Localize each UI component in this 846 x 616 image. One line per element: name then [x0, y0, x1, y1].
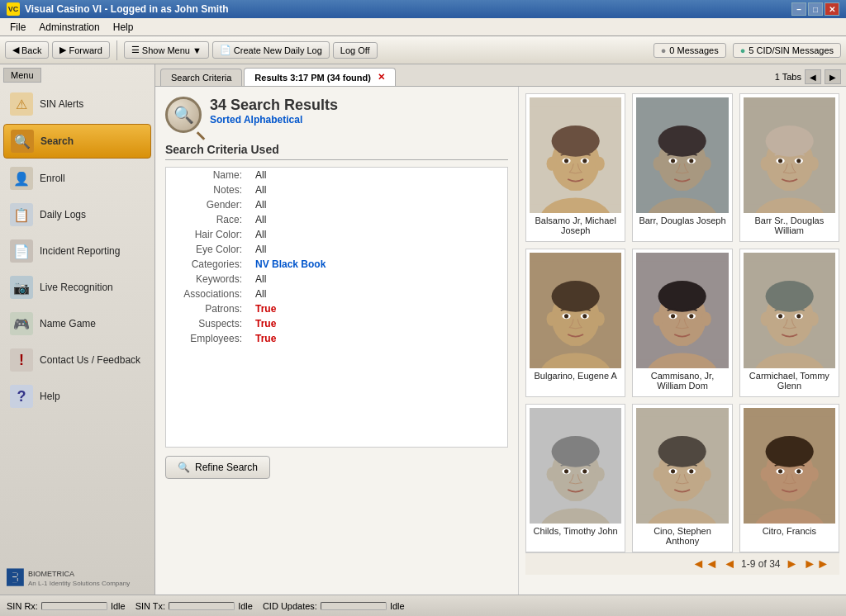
person-photo	[744, 253, 835, 368]
sin-alerts-icon: ⚠	[10, 92, 33, 116]
photo-card[interactable]: Childs, Timothy John	[525, 404, 625, 552]
sidebar-item-incident-reporting[interactable]: 📄 Incident Reporting	[3, 235, 151, 268]
prev-page-button[interactable]: ◄	[723, 557, 736, 571]
sin-rx-status: SIN Rx: Idle	[7, 601, 126, 611]
svg-point-27	[760, 157, 770, 171]
photo-card[interactable]: Balsamo Jr, Michael Joseph	[525, 93, 625, 242]
titlebar-title: Visual Casino VI - Logged in as John Smi…	[25, 3, 791, 15]
forward-icon: ▶	[59, 45, 66, 55]
last-page-button[interactable]: ►►	[803, 557, 829, 571]
sidebar-item-live-recognition[interactable]: 📷 Live Recognition	[3, 271, 151, 304]
forward-button[interactable]: ▶ Forward	[52, 41, 109, 59]
cid-messages-badge[interactable]: ● 5 CID/SIN Messages	[733, 43, 841, 58]
person-name: Barr, Douglas Joseph	[636, 213, 728, 228]
sin-tx-bar	[169, 602, 235, 610]
sidebar-label-incident-reporting: Incident Reporting	[40, 245, 120, 257]
photo-card[interactable]: Carmichael, Tommy Glenn	[739, 249, 839, 397]
sidebar-label-live-recognition: Live Recognition	[40, 282, 113, 293]
photo-grid: Balsamo Jr, Michael Joseph Barr, Douglas…	[525, 93, 839, 552]
svg-point-43	[582, 314, 587, 318]
criteria-heading: Search Criteria Used	[165, 143, 508, 160]
sidebar-item-contact-us[interactable]: ! Contact Us / Feedback	[3, 344, 151, 377]
menu-icon: ☰	[131, 45, 140, 55]
tabs-row: Search Criteria Results 3:17 PM (34 foun…	[155, 64, 846, 87]
sidebar-item-enroll[interactable]: 👤 Enroll	[3, 162, 151, 195]
photo-card[interactable]: Barr Sr., Douglas William	[739, 93, 839, 242]
sidebar-menu-tab: Menu	[3, 68, 41, 83]
titlebar: VC Visual Casino VI - Logged in as John …	[0, 0, 846, 18]
photo-card[interactable]: Citro, Francis	[739, 404, 839, 552]
svg-point-10	[582, 159, 587, 163]
svg-point-54	[690, 314, 694, 318]
svg-point-72	[595, 467, 605, 481]
tab-prev-button[interactable]: ◀	[805, 69, 821, 84]
menu-file[interactable]: File	[3, 20, 32, 35]
maximize-button[interactable]: □	[808, 2, 823, 16]
logo-icon: 🅱	[7, 569, 23, 588]
person-photo	[530, 253, 621, 368]
svg-point-60	[760, 312, 770, 326]
sidebar-item-help[interactable]: ? Help	[3, 380, 151, 413]
criteria-row: Eye Color:All	[166, 242, 507, 257]
magnifier-icon: 🔍	[165, 97, 202, 133]
sidebar-label-enroll: Enroll	[40, 173, 65, 184]
svg-point-81	[658, 436, 706, 467]
svg-point-50	[701, 312, 711, 326]
right-panel: Balsamo Jr, Michael Joseph Barr, Douglas…	[519, 87, 846, 595]
minimize-button[interactable]: –	[791, 2, 806, 16]
enroll-icon: 👤	[10, 167, 33, 190]
person-name: Balsamo Jr, Michael Joseph	[530, 213, 621, 238]
svg-point-64	[778, 314, 782, 318]
sidebar-label-sin-alerts: SIN Alerts	[40, 98, 83, 110]
show-menu-button[interactable]: ☰ Show Menu ▼	[124, 41, 209, 59]
sidebar-label-contact-us: Contact Us / Feedback	[40, 354, 140, 366]
next-page-button[interactable]: ►	[785, 557, 798, 571]
svg-point-65	[796, 314, 801, 318]
menu-adminstration[interactable]: Adminstration	[32, 20, 106, 35]
svg-point-92	[765, 436, 813, 467]
svg-point-31	[778, 159, 782, 163]
main-layout: Menu ⚠ SIN Alerts 🔍 Search 👤 Enroll 📋 Da…	[0, 64, 846, 595]
first-page-button[interactable]: ◄◄	[692, 557, 719, 571]
photo-card[interactable]: Cammisano, Jr, William Dom	[632, 249, 732, 397]
criteria-scroll[interactable]: Name:AllNotes:AllGender:AllRace:AllHair …	[165, 167, 508, 448]
sidebar-item-search[interactable]: 🔍 Search	[3, 124, 151, 159]
svg-point-70	[552, 436, 600, 467]
create-log-button[interactable]: 📄 Create New Daily Log	[212, 41, 330, 59]
log-icon: 📄	[220, 45, 231, 55]
tab-results[interactable]: Results 3:17 PM (34 found) ✕	[244, 68, 396, 86]
criteria-row: Name:All	[166, 168, 507, 182]
svg-point-5	[547, 157, 557, 171]
criteria-row: Gender:All	[166, 197, 507, 212]
photo-card[interactable]: Barr, Douglas Joseph	[632, 93, 732, 242]
sin-rx-bar	[41, 602, 107, 610]
criteria-row: Notes:All	[166, 182, 507, 197]
person-photo	[636, 408, 728, 524]
svg-point-59	[765, 281, 813, 312]
back-button[interactable]: ◀ Back	[5, 41, 49, 59]
close-button[interactable]: ✕	[825, 2, 839, 16]
svg-point-48	[658, 281, 706, 312]
menu-help[interactable]: Help	[107, 20, 140, 35]
criteria-row: Race:All	[166, 212, 507, 227]
sidebar-item-sin-alerts[interactable]: ⚠ SIN Alerts	[3, 88, 151, 121]
photo-card[interactable]: Cino, Stephen Anthony	[632, 404, 732, 552]
circle-icon: ●	[661, 45, 667, 55]
refine-search-button[interactable]: 🔍 Refine Search	[165, 456, 270, 479]
svg-point-39	[595, 312, 605, 326]
photo-card[interactable]: Bulgarino, Eugene A	[525, 249, 625, 397]
tab-search-criteria[interactable]: Search Criteria	[160, 69, 242, 86]
logoff-button[interactable]: Log Off	[333, 42, 378, 59]
results-sort: Sorted Alphabetical	[210, 114, 338, 126]
sidebar-item-name-game[interactable]: 🎮 Name Game	[3, 307, 151, 340]
tab-close-button[interactable]: ✕	[378, 72, 385, 83]
person-photo	[530, 408, 621, 524]
person-name: Cammisano, Jr, William Dom	[636, 368, 728, 393]
messages-badge[interactable]: ● 0 Messages	[654, 43, 726, 58]
tab-next-button[interactable]: ▶	[825, 69, 841, 84]
sidebar-item-daily-logs[interactable]: 📋 Daily Logs	[3, 198, 151, 231]
pagination: ◄◄ ◄ 1-9 of 34 ► ►►	[525, 552, 839, 575]
svg-point-26	[765, 126, 813, 157]
person-photo	[530, 97, 621, 213]
sidebar-label-name-game: Name Game	[40, 318, 96, 329]
